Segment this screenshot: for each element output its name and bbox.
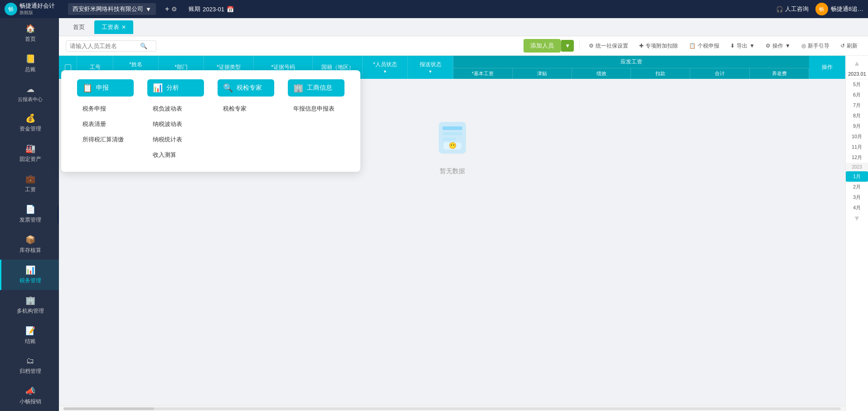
operations-btn[interactable]: ⚙ 操作 ▼ bbox=[762, 40, 794, 52]
sidebar-label-ledger: 总账 bbox=[25, 66, 36, 73]
social-security-btn[interactable]: ⚙ 统一社保设置 bbox=[585, 40, 632, 52]
month-1-current[interactable]: 1月 bbox=[846, 171, 868, 182]
month-10[interactable]: 10月 bbox=[846, 131, 868, 142]
month-7[interactable]: 7月 bbox=[846, 100, 868, 111]
th-name-label: *姓名 bbox=[129, 61, 142, 68]
sidebar-item-inventory[interactable]: 📦 库存核算 bbox=[0, 229, 59, 260]
tab-salary-close[interactable]: ✕ bbox=[121, 24, 126, 30]
sidebar-item-ledger[interactable]: 📒 总账 bbox=[0, 48, 59, 79]
dropdown-sections: 📋 申报 税务申报 税表清册 所得税汇算清缴 📊 分析 税负波动表 纳税波动表 … bbox=[70, 79, 351, 163]
scrollbar-thumb[interactable] bbox=[63, 407, 154, 410]
sidebar-item-home[interactable]: 🏠 首页 bbox=[0, 18, 59, 48]
month-12[interactable]: 12月 bbox=[846, 152, 868, 163]
service-btn[interactable]: 🎧 人工咨询 bbox=[776, 5, 809, 13]
item-tax-stats[interactable]: 纳税统计表 bbox=[147, 132, 204, 147]
social-security-label: 统一社保设置 bbox=[596, 42, 628, 50]
month-4[interactable]: 4月 bbox=[846, 203, 868, 213]
top-bar: 畅 畅捷通好会计 旗舰版 西安虾米网络科技有限公司 ▼ + ⚙ 账期 2023-… bbox=[0, 0, 868, 18]
sidebar-item-cloud[interactable]: ☁ 云报表中心 bbox=[0, 79, 59, 108]
item-income-clear[interactable]: 所得税汇算清缴 bbox=[77, 132, 134, 147]
item-tax-report[interactable]: 税务申报 bbox=[77, 101, 134, 116]
dropdown-menu: 📋 申报 税务申报 税表清册 所得税汇算清缴 📊 分析 税负波动表 纳税波动表 … bbox=[61, 70, 360, 172]
company-selector[interactable]: 西安虾米网络科技有限公司 ▼ bbox=[68, 3, 156, 15]
tab-home-label: 首页 bbox=[73, 23, 85, 31]
sidebar-label-tax: 税务管理 bbox=[19, 277, 41, 285]
item-annual-report[interactable]: 年报信息申报表 bbox=[288, 101, 344, 116]
sidebar-item-expense[interactable]: 📣 小畅报销 bbox=[0, 381, 59, 411]
calendar-icon[interactable]: 📅 bbox=[227, 6, 234, 13]
search-icon: 🔍 bbox=[140, 43, 147, 49]
add-icon[interactable]: + bbox=[165, 5, 169, 13]
zhuanjia-label: 税检专家 bbox=[237, 84, 262, 92]
panel-nav-up[interactable]: ▲ bbox=[852, 58, 862, 69]
section-fenxi: 📊 分析 税负波动表 纳税波动表 纳税统计表 收入测算 bbox=[141, 79, 211, 163]
user-area[interactable]: 畅 畅捷通8追… bbox=[815, 3, 863, 15]
th-allowance: 津贴 bbox=[513, 68, 572, 79]
special-deduct-btn[interactable]: ✚ 专项附加扣除 bbox=[635, 40, 682, 52]
tab-home[interactable]: 首页 bbox=[66, 20, 92, 34]
search-input[interactable] bbox=[70, 43, 138, 49]
add-person-dropdown[interactable]: ▼ bbox=[561, 40, 574, 52]
sidebar-item-archive[interactable]: 🗂 归档管理 bbox=[0, 351, 59, 381]
salary-icon: 💼 bbox=[25, 174, 35, 184]
th-salary-group: 应发工资 *基本工资 津贴 绩效 扣款 合计 养老费 bbox=[453, 56, 809, 79]
item-tax-wave[interactable]: 纳税波动表 bbox=[147, 116, 204, 132]
month-11[interactable]: 11月 bbox=[846, 142, 868, 152]
panel-year: 2023.01 bbox=[846, 69, 868, 79]
month-8[interactable]: 8月 bbox=[846, 111, 868, 121]
refresh-btn[interactable]: ↺ 刷新 bbox=[837, 40, 861, 52]
close-icon: 📝 bbox=[25, 326, 35, 336]
settings-icon[interactable]: ⚙ bbox=[171, 5, 177, 13]
section-shenba: 📋 申报 税务申报 税表清册 所得税汇算清缴 bbox=[70, 79, 141, 163]
item-income-calc[interactable]: 收入测算 bbox=[147, 147, 204, 163]
company-dropdown-icon: ▼ bbox=[145, 6, 151, 13]
tab-salary[interactable]: 工资表 ✕ bbox=[94, 20, 133, 34]
sidebar-item-close[interactable]: 📝 结账 bbox=[0, 320, 59, 351]
export-btn[interactable]: ⬇ 导出 ▼ bbox=[727, 40, 758, 52]
operations-icon: ⚙ bbox=[766, 43, 771, 49]
panel-nav-down[interactable]: ▼ bbox=[852, 213, 862, 224]
add-person-btn[interactable]: 添加人员 bbox=[524, 39, 561, 53]
gongshang-icon: 🏢 bbox=[293, 83, 303, 93]
tax-report-label: 个税申报 bbox=[698, 42, 719, 50]
period-label: 账期 bbox=[189, 5, 200, 13]
toolbar-icons: + ⚙ bbox=[165, 5, 177, 13]
guide-btn[interactable]: ◎ 新手引导 bbox=[798, 40, 833, 52]
fenxi-label: 分析 bbox=[166, 84, 179, 92]
filter-status-icon: ▼ bbox=[383, 69, 387, 74]
sidebar-item-assets[interactable]: 🏭 固定资产 bbox=[0, 138, 59, 169]
section-zhuanjia-header: 🔍 税检专家 bbox=[218, 79, 274, 97]
sidebar-label-archive: 归档管理 bbox=[19, 367, 41, 375]
select-all-checkbox[interactable] bbox=[65, 64, 71, 71]
tax-report-btn[interactable]: 📋 个税申报 bbox=[685, 40, 723, 52]
sidebar-item-tax[interactable]: 📊 税务管理 bbox=[0, 260, 59, 290]
item-tax-form[interactable]: 税表清册 bbox=[77, 116, 134, 132]
sidebar-label-multi: 多机构管理 bbox=[17, 307, 44, 315]
sidebar-item-invoice[interactable]: 📄 发票管理 bbox=[0, 199, 59, 229]
fenxi-icon: 📊 bbox=[153, 83, 163, 93]
month-3[interactable]: 3月 bbox=[846, 192, 868, 203]
empty-text: 暂无数据 bbox=[440, 167, 465, 175]
th-salary-group-label: 应发工资 bbox=[453, 56, 809, 68]
section-fenxi-header: 📊 分析 bbox=[147, 79, 204, 97]
sidebar-collapse-btn[interactable]: ‹ bbox=[57, 206, 59, 224]
month-9[interactable]: 9月 bbox=[846, 121, 868, 131]
sidebar-item-multi[interactable]: 🏢 多机构管理 bbox=[0, 290, 59, 320]
month-6[interactable]: 6月 bbox=[846, 90, 868, 100]
th-base-salary: *基本工资 bbox=[453, 68, 513, 79]
sidebar-item-salary[interactable]: 💼 工资 bbox=[0, 169, 59, 199]
scrollbar-area[interactable] bbox=[59, 406, 845, 411]
search-box[interactable]: 🔍 bbox=[66, 40, 156, 52]
sidebar: 🏠 首页 📒 总账 ☁ 云报表中心 💰 资金管理 🏭 固定资产 💼 工资 📄 发… bbox=[0, 18, 59, 411]
export-icon: ⬇ bbox=[730, 43, 735, 49]
item-tax-check[interactable]: 税检专家 bbox=[218, 101, 274, 116]
th-action: 操作 bbox=[809, 56, 845, 79]
item-tax-burden[interactable]: 税负波动表 bbox=[147, 101, 204, 116]
th-pension: 养老费 bbox=[750, 68, 809, 79]
section-zhuanjia: 🔍 税检专家 税检专家 bbox=[211, 79, 281, 163]
month-5[interactable]: 5月 bbox=[846, 79, 868, 90]
tax-icon: 📊 bbox=[25, 265, 35, 275]
sidebar-item-funds[interactable]: 💰 资金管理 bbox=[0, 108, 59, 138]
month-2[interactable]: 2月 bbox=[846, 182, 868, 192]
period-value: 2023-01 bbox=[203, 6, 224, 13]
